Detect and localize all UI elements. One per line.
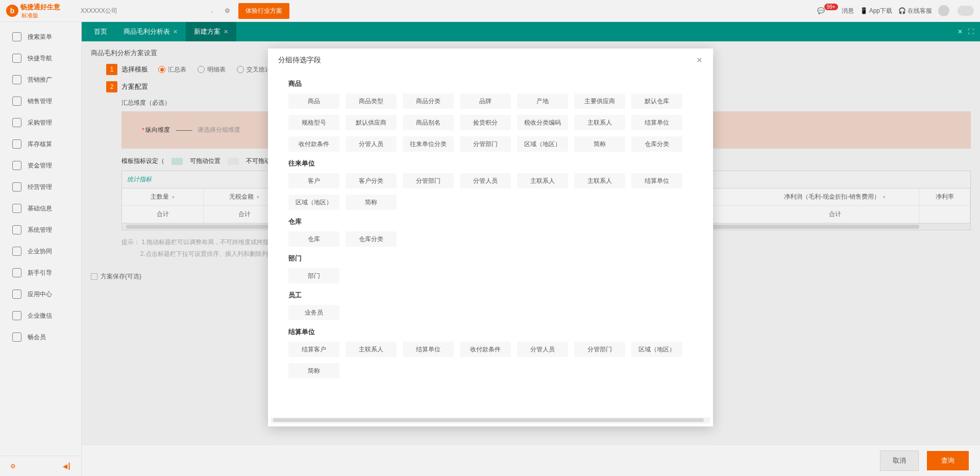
- field-chip[interactable]: 默认供应商: [346, 115, 397, 130]
- field-chip[interactable]: 结算单位: [403, 342, 454, 357]
- group-title-5: 结算单位: [288, 327, 693, 337]
- field-chip[interactable]: 仓库: [288, 231, 339, 247]
- modal-horizontal-scrollbar[interactable]: [271, 417, 710, 423]
- field-chip[interactable]: 客户分类: [346, 173, 397, 188]
- field-chip[interactable]: 业务员: [288, 305, 339, 320]
- field-chip[interactable]: 分管人员: [346, 136, 397, 152]
- field-chip[interactable]: 商品分类: [403, 93, 454, 109]
- close-icon[interactable]: ✕: [696, 56, 703, 65]
- field-chip[interactable]: 区域（地区）: [631, 342, 682, 357]
- field-chip[interactable]: 分管部门: [403, 173, 454, 188]
- field-chip[interactable]: 规格型号: [288, 115, 339, 130]
- field-chip[interactable]: 结算单位: [631, 173, 682, 188]
- field-chip[interactable]: 捡货积分: [460, 115, 511, 130]
- field-chip[interactable]: 简称: [346, 195, 397, 210]
- group-title-2: 仓库: [288, 217, 693, 226]
- field-chip[interactable]: 品牌: [460, 93, 511, 109]
- group-title-3: 部门: [288, 254, 693, 263]
- group-title-0: 商品: [288, 79, 693, 88]
- field-chip[interactable]: 商品类型: [346, 93, 397, 109]
- field-chip[interactable]: 往来单位分类: [403, 136, 454, 152]
- field-chip[interactable]: 区域（地区）: [517, 136, 568, 152]
- field-chip[interactable]: 产地: [517, 93, 568, 109]
- field-chip[interactable]: 收付款条件: [460, 342, 511, 357]
- field-chip[interactable]: 默认仓库: [631, 93, 682, 109]
- field-chip[interactable]: 主联系人: [517, 173, 568, 188]
- group-title-4: 员工: [288, 291, 693, 300]
- group-title-1: 往来单位: [288, 159, 693, 168]
- field-chip[interactable]: 区域（地区）: [288, 195, 339, 210]
- field-chip[interactable]: 主联系人: [574, 173, 625, 188]
- field-chip[interactable]: 客户: [288, 173, 339, 188]
- field-chip[interactable]: 结算客户: [288, 342, 339, 357]
- field-chip[interactable]: 部门: [288, 268, 339, 283]
- field-chip[interactable]: 仓库分类: [631, 136, 682, 152]
- field-chip[interactable]: 主联系人: [346, 342, 397, 357]
- field-chip[interactable]: 结算单位: [631, 115, 682, 130]
- field-chip[interactable]: 税收分类编码: [517, 115, 568, 130]
- field-chip[interactable]: 简称: [288, 363, 339, 378]
- field-chip[interactable]: 分管人员: [460, 173, 511, 188]
- field-chip[interactable]: 主要供应商: [574, 93, 625, 109]
- field-chip[interactable]: 主联系人: [574, 115, 625, 130]
- field-selector-modal: 分组待选字段 ✕ 商品商品商品类型商品分类品牌产地主要供应商默认仓库规格型号默认…: [268, 49, 713, 426]
- field-chip[interactable]: 分管部门: [574, 342, 625, 357]
- field-chip[interactable]: 商品: [288, 93, 339, 109]
- field-chip[interactable]: 分管部门: [460, 136, 511, 152]
- field-chip[interactable]: 分管人员: [517, 342, 568, 357]
- field-chip[interactable]: 仓库分类: [346, 231, 397, 247]
- field-chip[interactable]: 简称: [574, 136, 625, 152]
- modal-title: 分组待选字段: [278, 56, 321, 65]
- field-chip[interactable]: 商品别名: [403, 115, 454, 130]
- field-chip[interactable]: 收付款条件: [288, 136, 339, 152]
